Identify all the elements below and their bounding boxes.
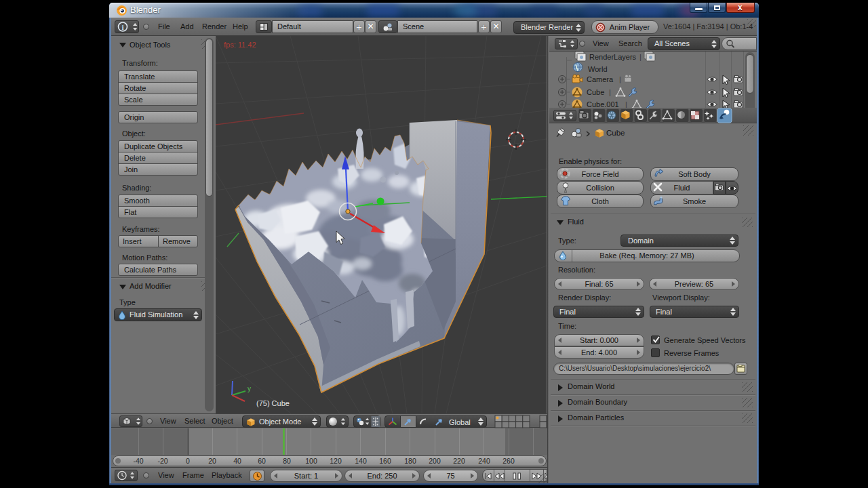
svg-text:i: i <box>121 23 123 31</box>
svg-text:fps: 11.42: fps: 11.42 <box>224 41 256 49</box>
svg-text:|: | <box>639 53 642 61</box>
svg-text:RenderLayers: RenderLayers <box>589 53 637 61</box>
svg-text:Cube.001: Cube.001 <box>587 100 619 108</box>
svg-text:|: | <box>619 75 621 83</box>
svg-text:(75) Cube: (75) Cube <box>256 399 290 407</box>
svg-text:y: y <box>248 385 251 392</box>
svg-text:|: | <box>625 100 627 108</box>
svg-text:|: | <box>609 88 611 96</box>
svg-text:World: World <box>588 65 608 73</box>
svg-text:Cube: Cube <box>587 88 604 96</box>
svg-text:Camera: Camera <box>587 75 614 83</box>
